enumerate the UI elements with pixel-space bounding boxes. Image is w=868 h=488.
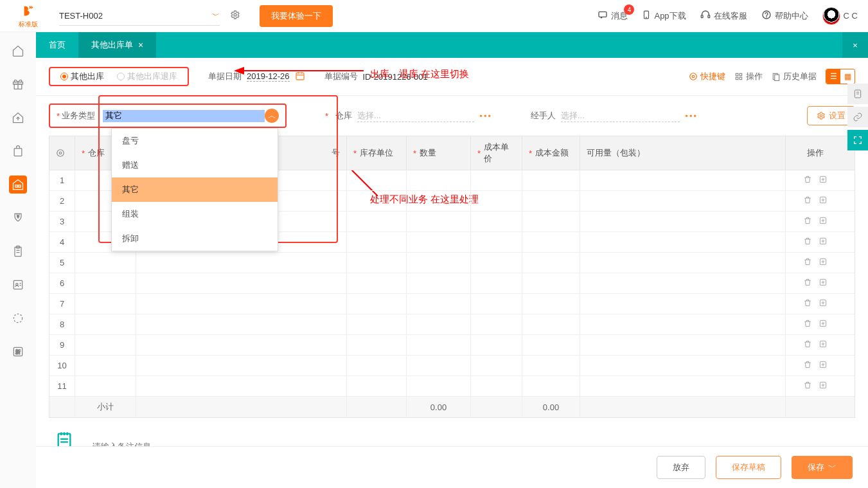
table-row[interactable]: 5 bbox=[49, 253, 855, 273]
table-row[interactable]: 6 bbox=[49, 273, 855, 294]
col-settings-icon[interactable] bbox=[49, 136, 75, 170]
table-row[interactable]: 11 bbox=[49, 376, 855, 397]
col-unit: *库存单位 bbox=[347, 136, 407, 170]
calendar-icon[interactable] bbox=[295, 71, 305, 83]
view-grid-icon[interactable]: ▦ bbox=[840, 69, 855, 84]
delete-icon[interactable] bbox=[803, 339, 812, 350]
history-link[interactable]: 历史单据 bbox=[772, 71, 817, 82]
app-download-link[interactable]: App下载 bbox=[642, 10, 686, 22]
doc-date-field[interactable]: 单据日期 2019-12-26 bbox=[208, 71, 305, 83]
svg-point-38 bbox=[59, 152, 62, 154]
chevron-up-icon[interactable]: ︿ bbox=[265, 109, 279, 123]
dropdown-item[interactable]: 拆卸 bbox=[112, 226, 278, 251]
svg-point-20 bbox=[13, 314, 22, 322]
svg-rect-10 bbox=[14, 149, 22, 156]
delete-icon[interactable] bbox=[803, 381, 812, 392]
add-row-icon[interactable] bbox=[819, 298, 828, 309]
delete-icon[interactable] bbox=[803, 237, 812, 248]
delete-icon[interactable] bbox=[803, 195, 812, 206]
more-icon[interactable]: ••• bbox=[685, 111, 698, 121]
sidebar-upload-icon[interactable] bbox=[9, 109, 27, 127]
svg-rect-73 bbox=[58, 434, 71, 447]
sidebar-gift-icon[interactable] bbox=[9, 75, 27, 93]
top-actions: 快捷键 操作 历史单据 ☰ ▦ bbox=[689, 69, 855, 84]
delete-icon[interactable] bbox=[803, 216, 812, 227]
sidebar-ring-icon[interactable] bbox=[9, 309, 27, 327]
radio-return[interactable]: 其他出库退库 bbox=[117, 71, 177, 82]
delete-icon[interactable] bbox=[803, 319, 812, 330]
add-row-icon[interactable] bbox=[819, 360, 828, 371]
sidebar-money-icon[interactable]: ¥ bbox=[9, 209, 27, 227]
svg-rect-34 bbox=[740, 77, 742, 80]
save-button[interactable]: 保存 ﹀ bbox=[792, 456, 853, 479]
user-menu[interactable]: C C bbox=[822, 7, 858, 25]
tabs-close-all[interactable]: × bbox=[842, 32, 868, 58]
edition-label: 标准版 bbox=[19, 20, 38, 29]
org-selector[interactable]: TEST-H002 ﹀ bbox=[59, 6, 220, 26]
svg-point-0 bbox=[234, 14, 236, 16]
table-row[interactable]: 10 bbox=[49, 356, 855, 376]
delete-icon[interactable] bbox=[803, 175, 812, 186]
rail-expand-icon[interactable] bbox=[847, 130, 868, 150]
dropdown-item[interactable]: 组装 bbox=[112, 202, 278, 226]
delete-icon[interactable] bbox=[803, 360, 812, 371]
biz-type-dropdown: 盘亏 赠送 其它 组装 拆卸 bbox=[111, 128, 278, 251]
delete-icon[interactable] bbox=[803, 278, 812, 289]
messages-link[interactable]: 消息 4 bbox=[598, 10, 628, 22]
svg-rect-11 bbox=[15, 185, 17, 187]
delete-icon[interactable] bbox=[803, 257, 812, 268]
svg-point-39 bbox=[57, 150, 64, 157]
add-row-icon[interactable] bbox=[819, 319, 828, 330]
sidebar-clipboard-icon[interactable] bbox=[9, 242, 27, 260]
gear-icon[interactable] bbox=[230, 10, 240, 22]
close-icon[interactable]: × bbox=[138, 40, 143, 50]
add-row-icon[interactable] bbox=[819, 175, 828, 186]
add-row-icon[interactable] bbox=[819, 237, 828, 248]
view-list-icon[interactable]: ☰ bbox=[826, 69, 840, 84]
handler-field[interactable]: 经手人 选择... ••• bbox=[531, 110, 698, 122]
rail-link-icon[interactable] bbox=[847, 107, 868, 127]
dropdown-item[interactable]: 其它 bbox=[112, 177, 278, 202]
discard-button[interactable]: 放弃 bbox=[657, 456, 705, 479]
sidebar-bag-icon[interactable] bbox=[9, 142, 27, 160]
svg-point-7 bbox=[766, 17, 766, 17]
table-row[interactable]: 8 bbox=[49, 314, 855, 335]
tab-home[interactable]: 首页 bbox=[36, 32, 78, 58]
sidebar-contact-icon[interactable] bbox=[9, 276, 27, 294]
rail-note-icon[interactable] bbox=[847, 84, 868, 104]
col-amount: *成本金额 bbox=[522, 136, 580, 170]
dropdown-item[interactable]: 赠送 bbox=[112, 153, 278, 177]
try-button[interactable]: 我要体验一下 bbox=[260, 5, 333, 27]
view-toggle: ☰ ▦ bbox=[826, 69, 855, 84]
biz-type-input[interactable] bbox=[103, 110, 265, 122]
customer-service-link[interactable]: 在线客服 bbox=[700, 10, 747, 22]
save-draft-button[interactable]: 保存草稿 bbox=[716, 456, 781, 479]
biz-type-field[interactable]: * 业务类型 ︿ 盘亏 赠送 其它 组装 拆卸 bbox=[49, 104, 287, 128]
tab-other-outbound[interactable]: 其他出库单 × bbox=[78, 32, 156, 58]
add-row-icon[interactable] bbox=[819, 381, 828, 392]
add-row-icon[interactable] bbox=[819, 257, 828, 268]
add-row-icon[interactable] bbox=[819, 216, 828, 227]
shortcut-link[interactable]: 快捷键 bbox=[689, 71, 725, 82]
svg-rect-36 bbox=[775, 75, 779, 80]
warehouse-field[interactable]: * 仓库 选择... ••• bbox=[325, 110, 492, 122]
sidebar-home-icon[interactable] bbox=[9, 42, 27, 60]
operate-link[interactable]: 操作 bbox=[734, 71, 763, 82]
logo-icon bbox=[20, 3, 37, 20]
add-row-icon[interactable] bbox=[819, 278, 828, 289]
main-area: 首页 其他出库单 × × 出库、退库 在这里切换 处理不同业务 在这里处理 bbox=[36, 32, 868, 488]
sidebar-new-icon[interactable]: 新 bbox=[9, 343, 27, 361]
help-center-link[interactable]: 帮助中心 bbox=[761, 10, 808, 22]
svg-rect-32 bbox=[740, 73, 742, 76]
sidebar-warehouse-icon[interactable] bbox=[9, 176, 27, 194]
radio-outbound[interactable]: 其他出库 bbox=[60, 71, 104, 82]
table-row[interactable]: 9 bbox=[49, 335, 855, 356]
more-icon[interactable]: ••• bbox=[479, 111, 492, 121]
delete-icon[interactable] bbox=[803, 298, 812, 309]
add-row-icon[interactable] bbox=[819, 195, 828, 206]
table-row[interactable]: 7 bbox=[49, 294, 855, 314]
grid-footer: 小计 0.00 0.00 bbox=[49, 397, 855, 417]
svg-text:新: 新 bbox=[15, 349, 21, 355]
dropdown-item[interactable]: 盘亏 bbox=[112, 129, 278, 153]
add-row-icon[interactable] bbox=[819, 339, 828, 350]
